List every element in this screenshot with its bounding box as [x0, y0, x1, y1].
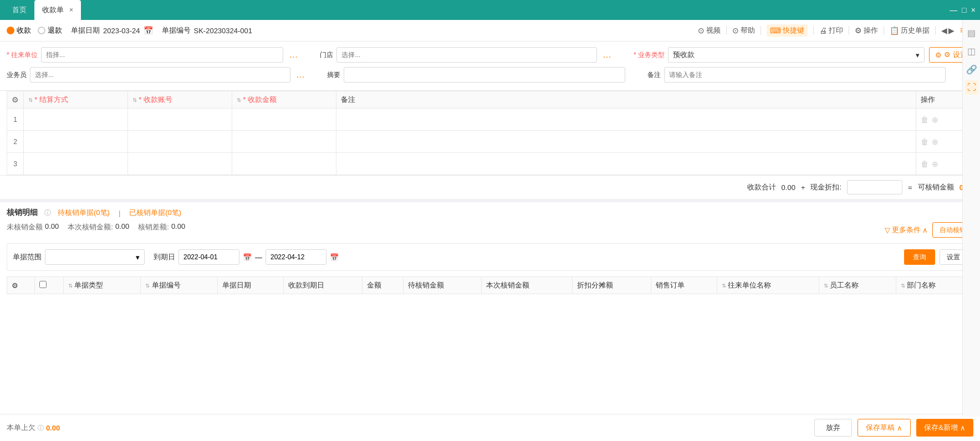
calendar-from-icon[interactable]: 📅: [243, 253, 252, 261]
col-amount-label: * 收款金额: [243, 95, 277, 104]
date-to-input[interactable]: [266, 249, 326, 265]
form-row-1: * 往来单位 … 门店 … * 业务类型 预收款 ▾: [7, 47, 973, 63]
draft-btn[interactable]: 保存草稿 ∧: [858, 419, 911, 437]
history-btn[interactable]: 📋 历史单据: [890, 25, 930, 35]
info-icon[interactable]: ⓘ: [44, 208, 51, 218]
summary-label: 摘要: [327, 70, 340, 80]
staff-more-icon[interactable]: …: [296, 70, 305, 80]
help-btn[interactable]: ⊙ 帮助: [732, 25, 755, 35]
delete-icon-1[interactable]: 🗑: [921, 115, 928, 124]
account-cell-1[interactable]: [127, 109, 232, 131]
discard-btn[interactable]: 放弃: [814, 419, 852, 437]
settlement-cell-2[interactable]: [24, 131, 128, 153]
account-cell-2[interactable]: [127, 131, 232, 153]
shortcut-btn[interactable]: ⌨ 快捷键: [767, 24, 808, 37]
shop-input[interactable]: [336, 47, 596, 63]
tab-bar: 首页 收款单 × — □ ×: [0, 0, 980, 20]
settlement-cell-3[interactable]: [24, 153, 128, 175]
delete-icon-3[interactable]: 🗑: [921, 160, 928, 168]
pending-tab[interactable]: 待核销单据(0笔): [58, 208, 110, 218]
close-icon[interactable]: ×: [971, 6, 976, 14]
sort-icon: ⇅: [824, 283, 828, 289]
radio-refund[interactable]: 退款: [38, 25, 62, 35]
business-type-select[interactable]: 预收款 ▾: [668, 47, 925, 63]
vcol-discount-label: 折扣分摊额: [577, 281, 613, 289]
table-row: 1 🗑 ⊕: [7, 109, 973, 131]
vcol-date-label: 单据日期: [222, 281, 251, 289]
sidebar-icon-2[interactable]: ◫: [965, 44, 978, 59]
operation-btn[interactable]: ⚙ 操作: [855, 25, 878, 35]
query-btn[interactable]: 查询: [904, 249, 935, 265]
date-value[interactable]: 2023-03-24: [103, 27, 140, 35]
date-from-input[interactable]: [178, 249, 239, 265]
summary-input[interactable]: [344, 67, 625, 83]
vcol-duedate-label: 收款到期日: [288, 281, 324, 289]
vcol-type: ⇅ 单据类型: [63, 277, 140, 294]
done-tab[interactable]: 已核销单据(0笔): [129, 208, 181, 218]
summary-row: 收款合计 0.00 + 现金折扣: = 可核销金额 0.00: [0, 175, 980, 199]
amount-cell-3[interactable]: [232, 153, 336, 175]
sidebar-icon-4[interactable]: ⛶: [965, 80, 978, 95]
settlement-cell-1[interactable]: [24, 109, 128, 131]
remark-cell-3[interactable]: [336, 153, 916, 175]
account-cell-3[interactable]: [127, 153, 232, 175]
verify-stats: 未核销金额 0.00 本次核销金额: 0.00 核销差额: 0.00: [7, 222, 185, 232]
staff-input[interactable]: [30, 67, 290, 83]
filter-icon: ▽: [885, 226, 890, 234]
counterpart-more-icon[interactable]: …: [289, 50, 298, 60]
discount-input[interactable]: [847, 180, 902, 194]
current-label: 本次核销金额:: [68, 222, 113, 232]
nav-right-icon[interactable]: ▶: [948, 26, 955, 35]
amount-cell-1[interactable]: [232, 109, 336, 131]
vcol-checkbox[interactable]: [35, 277, 64, 294]
save-new-btn[interactable]: 保存&新增 ∧: [916, 419, 973, 437]
remark-cell-1[interactable]: [336, 109, 916, 131]
copy-icon-3[interactable]: ⊕: [932, 160, 938, 168]
print-btn[interactable]: 🖨 打印: [819, 25, 843, 35]
vcol-settings[interactable]: ⚙: [7, 277, 35, 294]
range-select[interactable]: ▾: [45, 249, 145, 265]
remark-input[interactable]: [664, 67, 946, 83]
col-settings-header[interactable]: ⚙: [7, 91, 24, 109]
more-conditions-btn[interactable]: ▽ 更多条件 ∧: [885, 225, 928, 235]
delete-icon-2[interactable]: 🗑: [921, 137, 928, 146]
save-new-btn-label: 保存&新增: [924, 423, 958, 433]
sidebar-icon-1[interactable]: ▤: [965, 25, 978, 40]
vcol-pending: 待核销金额: [403, 277, 481, 294]
video-btn[interactable]: ⊙ 视频: [698, 25, 721, 35]
calendar-to-icon[interactable]: 📅: [330, 253, 339, 261]
row-num-3: 3: [7, 153, 24, 175]
current-value: 0.00: [115, 222, 129, 232]
minimize-icon[interactable]: —: [950, 6, 957, 14]
shop-more-icon[interactable]: …: [603, 50, 611, 60]
copy-icon-1[interactable]: ⊕: [932, 115, 938, 124]
copy-icon-2[interactable]: ⊕: [932, 137, 938, 146]
sidebar-icon-3[interactable]: 🔗: [964, 62, 979, 77]
remark-cell-2[interactable]: [336, 131, 916, 153]
tab-receipt-label: 收款单: [42, 5, 64, 15]
table-row: 3 🗑 ⊕: [7, 153, 973, 175]
select-all-checkbox[interactable]: [39, 281, 47, 288]
vcol-current: 本次核销金额: [482, 277, 573, 294]
radio-receipt[interactable]: 收款: [7, 25, 31, 35]
number-value[interactable]: SK-20230324-001: [194, 27, 253, 35]
filter-actions: 查询 设置: [904, 249, 967, 265]
calendar-icon[interactable]: 📅: [144, 26, 153, 35]
maximize-icon[interactable]: □: [962, 6, 966, 14]
help-btn-label: 帮助: [741, 25, 755, 35]
info-icon[interactable]: ⓘ: [38, 424, 44, 432]
video-btn-label: 视频: [706, 25, 721, 35]
vcol-number: ⇅ 单据编号: [140, 277, 217, 294]
nav-left-icon[interactable]: ◀: [941, 26, 947, 35]
diff-label: 核销差额:: [138, 222, 169, 232]
counterpart-input[interactable]: [41, 47, 283, 63]
tab-home[interactable]: 首页: [4, 0, 34, 20]
tab-receipt[interactable]: 收款单 ×: [34, 0, 81, 20]
tab-close-icon[interactable]: ×: [69, 6, 73, 14]
shortcut-btn-label: 快捷键: [783, 25, 804, 35]
amount-cell-2[interactable]: [232, 131, 336, 153]
verify-table-wrap: ⚙ ⇅ 单据类型 ⇅ 单据编号 单据日期: [7, 276, 973, 408]
filter-row: 单据范围 ▾ 到期日 📅 — 📅: [7, 243, 973, 271]
col-account-header: ⇅ * 收款账号: [127, 91, 232, 109]
video-icon: ⊙: [698, 26, 705, 35]
